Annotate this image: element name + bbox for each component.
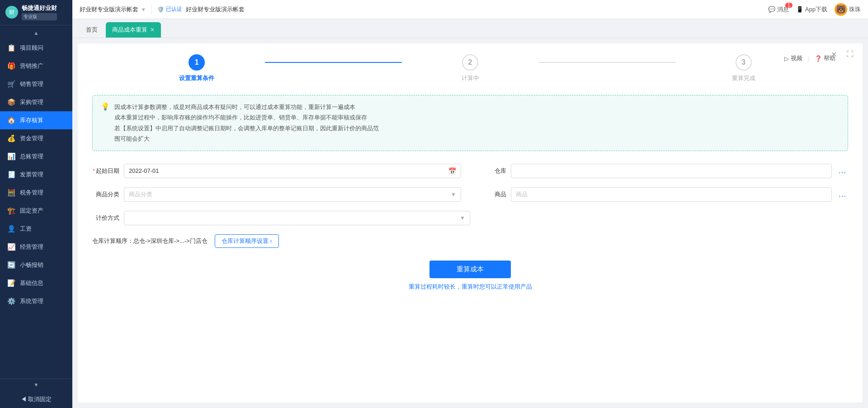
info-line-1: 因成本计算参数调整，或是对商品成本有疑问时，可以通过成本重算功能，重新计算一遍成… (114, 102, 379, 112)
sidebar-item-sales[interactable]: 🛒 销售管理 (0, 75, 72, 93)
tax-icon: 🧮 (7, 189, 15, 197)
sidebar-item-finance[interactable]: 💰 资金管理 (0, 129, 72, 147)
category-placeholder: 商品分类 (129, 190, 152, 199)
sidebar-scroll-up[interactable]: ▲ (0, 27, 72, 39)
sidebar-item-basic[interactable]: 📝 基础信息 (0, 274, 72, 292)
project-icon: 📋 (7, 44, 15, 52)
pricing-dropdown-icon: ▼ (460, 215, 465, 221)
app-edition: 专业版 (22, 13, 57, 20)
warehouse-order-row: 仓库计算顺序：总仓->深圳仓库->...->门店仓 仓库计算顺序设置 › (92, 234, 848, 248)
sidebar-item-expense[interactable]: 🔄 小畅报销 (0, 256, 72, 274)
sidebar-item-label: 资金管理 (20, 134, 43, 142)
sidebar-cancel-pin[interactable]: ◀ 取消固定 (0, 391, 72, 408)
sidebar-item-invoice[interactable]: 🧾 发票管理 (0, 166, 72, 184)
product-field: 商品 商品 … (479, 187, 848, 202)
content-inner: ✕ ⛶ ▷ 视频 | ❓ 帮助 1 设置重算条件 (78, 43, 863, 403)
tab-recalc-label: 商品成本重算 (112, 26, 147, 34)
product-more-icon[interactable]: … (836, 190, 848, 199)
marketing-icon: 🎁 (7, 62, 15, 70)
product-input[interactable]: 商品 (511, 187, 832, 202)
sidebar-item-assets[interactable]: 🏗️ 固定资产 (0, 202, 72, 220)
sidebar-nav: ▲ 📋 项目顾问 🎁 营销推广 🛒 销售管理 📦 采购管理 🏠 库存核算 💰 资… (0, 25, 72, 379)
category-select[interactable]: 商品分类 ▼ (124, 187, 461, 202)
sidebar-item-label: 系统管理 (20, 297, 43, 305)
sidebar-item-label: 发票管理 (20, 171, 43, 179)
tab-close-icon[interactable]: ✕ (150, 27, 155, 33)
product-label: 商品 (479, 190, 506, 199)
sales-icon: 🛒 (7, 80, 15, 88)
sidebar-item-inventory[interactable]: 🏠 库存核算 (0, 111, 72, 129)
cancel-pin-label: ◀ 取消固定 (21, 395, 52, 403)
step-1: 1 设置重算条件 (128, 54, 265, 82)
sidebar-item-label: 销售管理 (20, 80, 43, 88)
category-dropdown-icon: ▼ (451, 191, 456, 198)
sidebar-item-label: 工资 (20, 225, 32, 233)
info-box-text: 因成本计算参数调整，或是对商品成本有疑问时，可以通过成本重算功能，重新计算一遍成… (114, 102, 379, 144)
sidebar-item-operation[interactable]: 📈 经营管理 (0, 238, 72, 256)
sidebar-item-accounting[interactable]: 📊 总账管理 (0, 147, 72, 166)
sidebar: 财 畅捷通好业财 专业版 ▲ 📋 项目顾问 🎁 营销推广 🛒 销售管理 📦 采购… (0, 0, 72, 408)
purchase-icon: 📦 (7, 98, 15, 106)
assets-icon: 🏗️ (7, 207, 15, 215)
phone-icon: 📱 (796, 6, 803, 13)
pricing-label: 计价方式 (92, 214, 119, 222)
message-action[interactable]: 💬 消息 1 (768, 5, 789, 14)
message-badge: 1 (785, 3, 793, 8)
topbar: 好业财专业版演示帐套 ▼ 🛡️ 已认证 好业财专业版演示帐套 💬 消息 1 📱 … (72, 0, 868, 19)
start-date-field: 起始日期 2022-07-01 📅 (92, 164, 461, 178)
step-1-circle: 1 (189, 54, 205, 71)
info-line-4: 围可能会扩大 (114, 133, 379, 144)
topbar-divider (151, 5, 152, 14)
pricing-field: 计价方式 ▼ (92, 211, 470, 225)
user-avatar-action[interactable]: 🐻 珠珠 (835, 3, 861, 16)
warehouse-more-icon[interactable]: … (836, 166, 848, 176)
account-selector[interactable]: 好业财专业版演示帐套 ▼ (80, 5, 146, 14)
sidebar-item-tax[interactable]: 🧮 税务管理 (0, 184, 72, 202)
step-line-2 (538, 62, 675, 63)
sidebar-item-marketing[interactable]: 🎁 营销推广 (0, 57, 72, 75)
warehouse-order-label: 仓库计算顺序：总仓->深圳仓库->...->门店仓 (92, 237, 208, 245)
start-date-input[interactable]: 2022-07-01 📅 (124, 164, 461, 178)
step-2-label: 计算中 (462, 74, 479, 82)
step-3: 3 重算完成 (675, 54, 812, 82)
step-3-circle: 3 (736, 54, 752, 71)
sidebar-logo: 财 畅捷通好业财 专业版 (0, 0, 72, 25)
verified-badge: 🛡️ 已认证 (157, 5, 182, 13)
sidebar-item-label: 小畅报销 (20, 261, 43, 269)
product-placeholder: 商品 (516, 190, 827, 199)
sidebar-item-project[interactable]: 📋 项目顾问 (0, 39, 72, 57)
app-download-action[interactable]: 📱 App下载 (796, 5, 827, 14)
info-line-2: 成本重算过程中，影响库存账的操作均不能操作，比如进货单、销货单、库存单据不能审核… (114, 112, 379, 123)
sidebar-item-label: 采购管理 (20, 98, 43, 106)
sidebar-item-purchase[interactable]: 📦 采购管理 (0, 93, 72, 111)
info-line-3: 若【系统设置】中启用了自动调整记账日期时，会调整入库单的整单记账日期，因此重新计… (114, 123, 379, 133)
steps-container: 1 设置重算条件 2 计算中 3 重算完成 (92, 54, 848, 82)
user-name: 珠珠 (849, 5, 861, 14)
step-2: 2 计算中 (402, 54, 538, 82)
warehouse-label: 仓库 (479, 167, 506, 175)
salary-icon: 👤 (7, 225, 15, 233)
content-area: ✕ ⛶ ▷ 视频 | ❓ 帮助 1 设置重算条件 (72, 38, 868, 408)
accounting-icon: 📊 (7, 152, 15, 161)
info-icon: 💡 (101, 102, 110, 144)
pricing-select[interactable]: ▼ (124, 211, 470, 225)
app-name: 畅捷通好业财 (22, 5, 57, 12)
category-label: 商品分类 (92, 190, 119, 199)
inventory-icon: 🏠 (7, 116, 15, 124)
sidebar-item-salary[interactable]: 👤 工资 (0, 220, 72, 238)
expense-icon: 🔄 (7, 261, 15, 269)
calendar-icon[interactable]: 📅 (448, 167, 456, 175)
step-3-label: 重算完成 (732, 74, 755, 82)
tab-recalc[interactable]: 商品成本重算 ✕ (106, 22, 161, 38)
form-row-2: 商品分类 商品分类 ▼ 商品 商品 … (92, 187, 848, 202)
step-1-label: 设置重算条件 (179, 74, 214, 82)
sidebar-item-system[interactable]: ⚙️ 系统管理 (0, 292, 72, 310)
sidebar-item-label: 经营管理 (20, 243, 43, 251)
app-name-block: 畅捷通好业财 专业版 (22, 5, 57, 20)
sidebar-scroll-down[interactable]: ▼ (0, 379, 72, 391)
warehouse-order-btn[interactable]: 仓库计算顺序设置 › (215, 234, 279, 248)
recalc-button[interactable]: 重算成本 (429, 261, 511, 278)
warehouse-input[interactable] (511, 164, 832, 178)
step-connector-2 (538, 54, 675, 63)
tab-home[interactable]: 首页 (80, 22, 104, 38)
